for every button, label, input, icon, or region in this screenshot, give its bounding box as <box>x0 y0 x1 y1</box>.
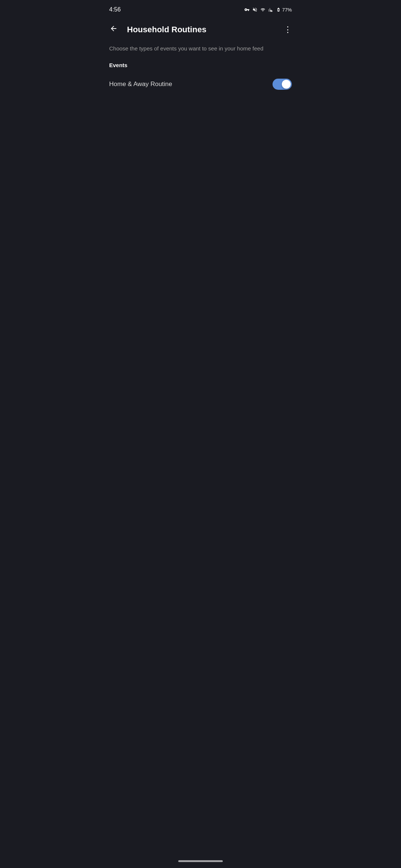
more-options-icon: ⋮ <box>284 26 291 34</box>
back-arrow-icon <box>110 24 118 35</box>
mute-icon <box>252 7 258 12</box>
home-away-routine-label: Home & Away Routine <box>109 80 172 88</box>
wifi-icon <box>260 7 266 12</box>
more-options-button[interactable]: ⋮ <box>280 22 295 37</box>
events-section-label: Events <box>109 62 292 68</box>
main-content: Choose the types of events you want to s… <box>100 42 301 93</box>
vpn-key-icon <box>244 7 250 12</box>
home-away-routine-toggle[interactable] <box>273 79 292 90</box>
app-bar: Household Routines ⋮ <box>100 18 301 42</box>
battery-icon: 77% <box>276 7 292 13</box>
status-bar: 4:56 <box>100 0 301 18</box>
battery-percentage: 77% <box>282 7 292 13</box>
toggle-thumb <box>282 80 291 89</box>
signal-icon <box>268 7 273 12</box>
bottom-nav-bar <box>178 860 223 862</box>
home-away-routine-row: Home & Away Routine <box>109 76 292 93</box>
page-description: Choose the types of events you want to s… <box>109 45 292 53</box>
back-button[interactable] <box>106 22 121 37</box>
status-icons: 77% <box>244 7 292 13</box>
page-title: Household Routines <box>127 25 274 34</box>
status-time: 4:56 <box>109 6 121 13</box>
